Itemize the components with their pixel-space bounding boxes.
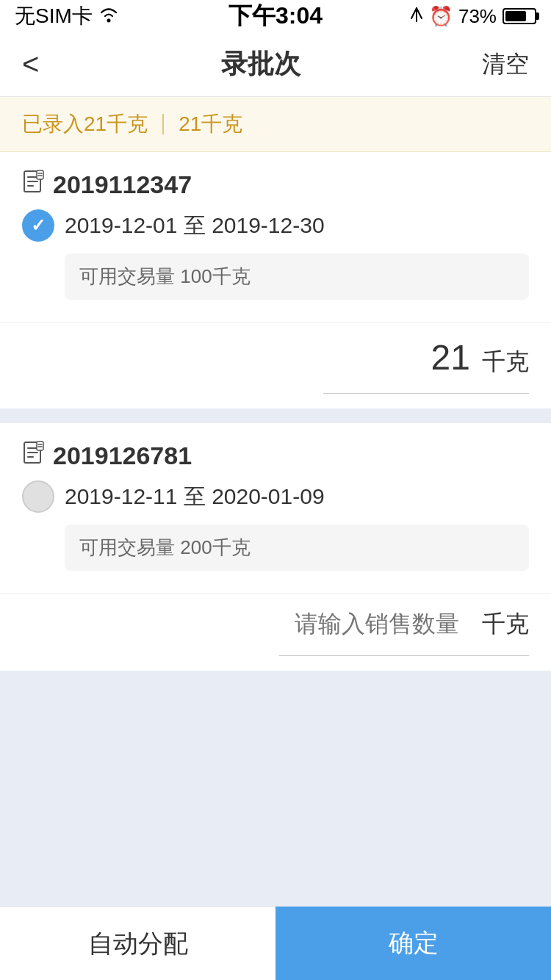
recorded-amount-value: 21千克 <box>179 110 242 138</box>
info-banner: 已录入21千克 21千克 <box>0 97 551 152</box>
location-icon <box>410 5 423 28</box>
svg-point-0 <box>107 19 110 23</box>
item1-amount-unit: 千克 <box>482 346 529 378</box>
back-button[interactable]: < <box>22 48 39 81</box>
item1-quantity-box: 可用交易量 100千克 <box>65 253 529 300</box>
carrier-label: 无SIM卡 <box>15 2 93 30</box>
item2-unit: 千克 <box>482 608 529 641</box>
status-bar: 无SIM卡 下午3:04 ⏰ 73% <box>0 0 551 32</box>
bottom-bar: 自动分配 确定 <box>0 907 551 980</box>
item2-radio[interactable] <box>22 480 54 513</box>
quantity-input[interactable] <box>176 610 470 638</box>
item1-date-row[interactable]: ✓ 2019-12-01 至 2019-12-30 <box>22 209 529 242</box>
status-time: 下午3:04 <box>228 0 323 32</box>
item1-icon <box>22 170 46 199</box>
item1-id: 2019112347 <box>53 170 192 199</box>
item1-amount-area: 21 千克 <box>0 322 551 408</box>
item2-date-row[interactable]: 2019-12-11 至 2020-01-09 <box>22 480 529 513</box>
item1-date: 2019-12-01 至 2019-12-30 <box>65 211 325 241</box>
alarm-icon: ⏰ <box>429 5 453 28</box>
nav-bar: < 录批次 清空 <box>0 32 551 97</box>
item2-date: 2019-12-11 至 2020-01-09 <box>65 482 325 512</box>
content-scroll: 2019112347 ✓ 2019-12-01 至 2019-12-30 可用交… <box>0 152 551 980</box>
item1-amount-row: 21 千克 <box>0 322 551 393</box>
status-right: ⏰ 73% <box>410 5 536 28</box>
item2-id: 2019126781 <box>53 442 192 470</box>
batch-item-1: 2019112347 ✓ 2019-12-01 至 2019-12-30 可用交… <box>0 152 551 322</box>
item2-input-area: 千克 <box>0 593 551 671</box>
item2-input-row: 千克 <box>0 593 551 655</box>
check-icon: ✓ <box>31 215 46 236</box>
item2-icon <box>22 441 46 470</box>
wifi-icon <box>98 4 119 28</box>
svg-rect-6 <box>37 170 43 179</box>
item1-radio[interactable]: ✓ <box>22 209 54 242</box>
status-left: 无SIM卡 <box>15 2 119 30</box>
clear-button[interactable]: 清空 <box>482 48 529 81</box>
item1-header: 2019112347 <box>22 170 529 199</box>
recorded-amount-label: 已录入21千克 <box>22 110 148 138</box>
item2-quantity-box: 可用交易量 200千克 <box>65 525 529 571</box>
info-divider <box>162 114 164 134</box>
battery-label: 73% <box>458 5 497 28</box>
svg-rect-13 <box>37 442 43 450</box>
item2-quantity: 可用交易量 200千克 <box>79 536 251 558</box>
confirm-button[interactable]: 确定 <box>276 907 551 980</box>
auto-distribute-button[interactable]: 自动分配 <box>0 907 276 980</box>
item1-amount-number: 21 <box>431 337 470 378</box>
item2-header: 2019126781 <box>22 441 529 470</box>
item1-quantity: 可用交易量 100千克 <box>79 265 251 287</box>
page-title: 录批次 <box>221 46 300 82</box>
section-separator <box>0 408 551 423</box>
batch-item-2: 2019126781 2019-12-11 至 2020-01-09 可用交易量… <box>0 423 551 593</box>
battery-icon <box>503 8 536 24</box>
